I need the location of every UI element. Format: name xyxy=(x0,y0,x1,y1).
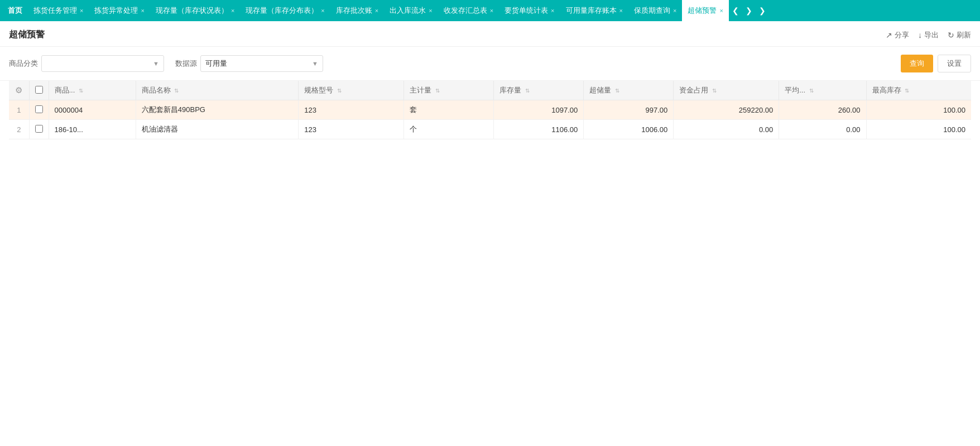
nav-item-3[interactable]: 现存量（库存状况表） × xyxy=(150,0,240,21)
sort-icon: ⇅ xyxy=(712,88,717,94)
page-content: 超储预警 ↗ 分享 ↓ 导出 ↻ 刷新 商品分类 ▼ 数据源 xyxy=(0,21,980,446)
nav-item-8[interactable]: 要货单统计表 × xyxy=(499,0,560,21)
th-max-stock[interactable]: 最高库存 ⇅ xyxy=(866,81,971,100)
table-body: 10000004六配套新昌490BPG123套1097.00997.002592… xyxy=(9,100,971,139)
chevron-down-icon: ▼ xyxy=(153,60,159,67)
th-capital[interactable]: 资金占用 ⇅ xyxy=(674,81,779,100)
table-header-row: ⚙ 商品... ⇅ 商品名称 ⇅ 规格型号 ⇅ xyxy=(9,81,971,100)
close-icon[interactable]: × xyxy=(321,7,324,14)
page-header: 超储预警 ↗ 分享 ↓ 导出 ↻ 刷新 xyxy=(0,21,980,47)
sort-icon: ⇅ xyxy=(809,88,814,94)
row-number: 2 xyxy=(9,120,29,139)
cell-avg: 0.00 xyxy=(779,120,866,139)
cell-product-code: 186-10... xyxy=(49,120,136,139)
row-checkbox-cell xyxy=(29,120,49,139)
export-button[interactable]: ↓ 导出 xyxy=(918,30,939,40)
nav-item-2[interactable]: 拣货异常处理 × xyxy=(89,0,150,21)
sort-icon: ⇅ xyxy=(615,88,619,94)
settings-button[interactable]: 设置 xyxy=(938,55,971,72)
datasource-select[interactable]: 可用量 ▼ xyxy=(200,55,323,72)
th-product-code[interactable]: 商品... ⇅ xyxy=(49,81,136,100)
nav-item-6[interactable]: 出入库流水 × xyxy=(384,0,438,21)
close-icon[interactable]: × xyxy=(551,7,554,14)
row-checkbox[interactable] xyxy=(35,105,43,113)
th-avg[interactable]: 平均... ⇅ xyxy=(779,81,866,100)
th-gear: ⚙ xyxy=(9,81,29,100)
category-select[interactable]: ▼ xyxy=(41,55,164,72)
header-actions: ↗ 分享 ↓ 导出 ↻ 刷新 xyxy=(886,30,971,40)
cell-over-storage: 997.00 xyxy=(584,100,674,120)
filter-buttons: 查询 设置 xyxy=(901,55,971,72)
nav-home[interactable]: 首页 xyxy=(2,0,28,21)
cell-stock: 1106.00 xyxy=(494,120,584,139)
nav-item-7[interactable]: 收发存汇总表 × xyxy=(438,0,499,21)
data-table: ⚙ 商品... ⇅ 商品名称 ⇅ 规格型号 ⇅ xyxy=(9,81,971,139)
sort-icon: ⇅ xyxy=(525,88,530,94)
nav-scroll-right[interactable]: ❯ xyxy=(742,0,756,21)
cell-unit: 个 xyxy=(404,120,494,139)
cell-spec: 123 xyxy=(299,120,404,139)
row-checkbox-cell xyxy=(29,100,49,120)
nav-scroll-down[interactable]: ❯ xyxy=(756,0,769,21)
cell-avg: 260.00 xyxy=(779,100,866,120)
category-label: 商品分类 xyxy=(9,59,38,69)
export-icon: ↓ xyxy=(918,31,922,40)
select-all-checkbox[interactable] xyxy=(35,86,43,94)
close-icon[interactable]: × xyxy=(490,7,493,14)
nav-scroll-left[interactable]: ❮ xyxy=(729,0,742,21)
sort-icon: ⇅ xyxy=(174,88,179,94)
th-over-storage[interactable]: 超储量 ⇅ xyxy=(584,81,674,100)
th-product-name[interactable]: 商品名称 ⇅ xyxy=(136,81,299,100)
close-icon[interactable]: × xyxy=(719,7,723,14)
row-number: 1 xyxy=(9,100,29,120)
datasource-label: 数据源 xyxy=(175,59,197,69)
refresh-button[interactable]: ↻ 刷新 xyxy=(948,30,971,40)
th-spec[interactable]: 规格型号 ⇅ xyxy=(299,81,404,100)
th-stock[interactable]: 库存量 ⇅ xyxy=(494,81,584,100)
close-icon[interactable]: × xyxy=(80,7,83,14)
nav-item-10[interactable]: 保质期查询 × xyxy=(628,0,682,21)
nav-item-5[interactable]: 库存批次账 × xyxy=(330,0,384,21)
th-checkbox xyxy=(29,81,49,100)
close-icon[interactable]: × xyxy=(619,7,623,14)
gear-icon[interactable]: ⚙ xyxy=(15,85,22,95)
cell-capital: 0.00 xyxy=(674,120,779,139)
page-title: 超储预警 xyxy=(9,29,45,41)
table-row: 2186-10...机油滤清器123个1106.001006.000.000.0… xyxy=(9,120,971,139)
close-icon[interactable]: × xyxy=(429,7,432,14)
cell-product-code: 0000004 xyxy=(49,100,136,120)
cell-max-stock: 100.00 xyxy=(866,100,971,120)
nav-item-11[interactable]: 超储预警 × xyxy=(682,0,728,21)
cell-max-stock: 100.00 xyxy=(866,120,971,139)
table-area: ⚙ 商品... ⇅ 商品名称 ⇅ 规格型号 ⇅ xyxy=(0,81,980,139)
cell-over-storage: 1006.00 xyxy=(584,120,674,139)
sort-icon: ⇅ xyxy=(905,88,909,94)
filter-datasource: 数据源 可用量 ▼ xyxy=(175,55,323,72)
sort-icon: ⇅ xyxy=(337,88,342,94)
nav-bar: 首页 拣货任务管理 × 拣货异常处理 × 现存量（库存状况表） × 现存量（库存… xyxy=(0,0,980,21)
sort-icon: ⇅ xyxy=(79,88,83,94)
th-unit[interactable]: 主计量 ⇅ xyxy=(404,81,494,100)
cell-stock: 1097.00 xyxy=(494,100,584,120)
cell-capital: 259220.00 xyxy=(674,100,779,120)
nav-item-1[interactable]: 拣货任务管理 × xyxy=(28,0,89,21)
refresh-icon: ↻ xyxy=(948,31,954,40)
filter-category: 商品分类 ▼ xyxy=(9,55,164,72)
close-icon[interactable]: × xyxy=(141,7,144,14)
row-checkbox[interactable] xyxy=(35,125,43,133)
nav-item-9[interactable]: 可用量库存账本 × xyxy=(560,0,628,21)
share-button[interactable]: ↗ 分享 xyxy=(886,30,909,40)
chevron-down-icon: ▼ xyxy=(312,60,318,67)
nav-item-4[interactable]: 现存量（库存分布表） × xyxy=(240,0,330,21)
cell-unit: 套 xyxy=(404,100,494,120)
cell-product-name: 六配套新昌490BPG xyxy=(136,100,299,120)
query-button[interactable]: 查询 xyxy=(901,55,933,72)
datasource-select-value: 可用量 xyxy=(205,59,227,69)
close-icon[interactable]: × xyxy=(375,7,378,14)
close-icon[interactable]: × xyxy=(231,7,234,14)
close-icon[interactable]: × xyxy=(673,7,676,14)
sort-icon: ⇅ xyxy=(435,88,440,94)
table-row: 10000004六配套新昌490BPG123套1097.00997.002592… xyxy=(9,100,971,120)
cell-spec: 123 xyxy=(299,100,404,120)
filter-area: 商品分类 ▼ 数据源 可用量 ▼ 查询 设置 xyxy=(0,47,980,81)
